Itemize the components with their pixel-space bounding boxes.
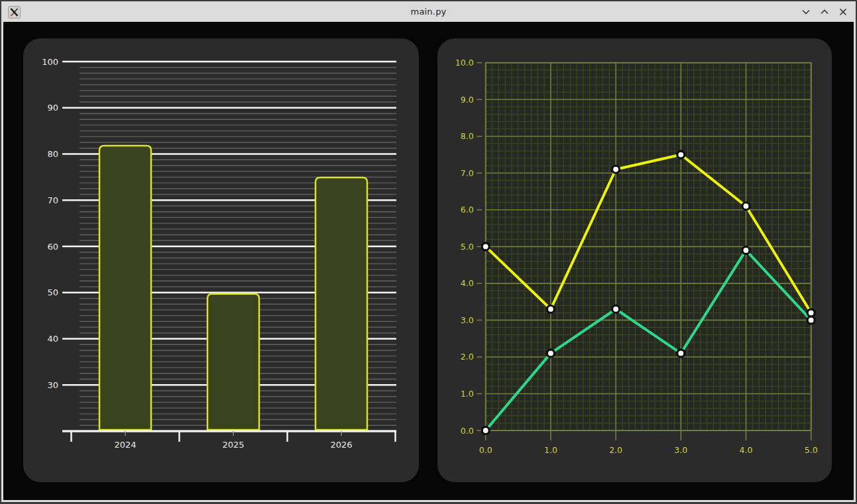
chevron-up-icon bbox=[820, 7, 829, 17]
data-point-marker bbox=[807, 309, 815, 317]
svg-text:2026: 2026 bbox=[330, 440, 352, 450]
data-point-marker bbox=[482, 243, 489, 250]
svg-text:9.0: 9.0 bbox=[461, 95, 474, 105]
line-chart-svg: 0.01.02.03.04.05.00.01.02.03.04.05.06.07… bbox=[437, 38, 832, 482]
bar-2024 bbox=[99, 146, 151, 430]
data-point-marker bbox=[742, 203, 750, 210]
svg-text:2024: 2024 bbox=[114, 440, 136, 450]
x11-app-icon[interactable] bbox=[8, 6, 21, 19]
line-chart-panel: 0.01.02.03.04.05.00.01.02.03.04.05.06.07… bbox=[437, 38, 832, 482]
window-title: main.py bbox=[1, 7, 856, 17]
data-point-marker bbox=[547, 305, 554, 313]
svg-text:1.0: 1.0 bbox=[461, 389, 474, 399]
bar-2025 bbox=[207, 294, 259, 430]
svg-text:90: 90 bbox=[47, 103, 58, 113]
svg-text:6.0: 6.0 bbox=[461, 205, 474, 215]
close-button[interactable] bbox=[836, 5, 850, 19]
svg-text:4.0: 4.0 bbox=[740, 445, 753, 455]
data-point-marker bbox=[807, 317, 815, 324]
svg-text:50: 50 bbox=[47, 287, 58, 297]
data-point-marker bbox=[677, 151, 685, 158]
data-point-marker bbox=[612, 166, 620, 173]
svg-text:5.0: 5.0 bbox=[461, 242, 474, 252]
x11-logo-icon bbox=[10, 8, 19, 17]
bar-2026 bbox=[315, 177, 367, 430]
window-controls bbox=[799, 1, 850, 22]
close-icon bbox=[838, 7, 848, 17]
bar-chart-panel: 10090807060504030202420252026 bbox=[23, 38, 419, 482]
svg-text:1.0: 1.0 bbox=[544, 445, 557, 455]
svg-text:30: 30 bbox=[47, 380, 58, 390]
svg-text:70: 70 bbox=[47, 195, 58, 205]
titlebar: main.py bbox=[1, 1, 856, 22]
data-point-marker bbox=[677, 350, 685, 357]
svg-text:3.0: 3.0 bbox=[461, 315, 474, 325]
svg-text:3.0: 3.0 bbox=[674, 445, 687, 455]
data-point-marker bbox=[547, 350, 554, 357]
svg-text:10.0: 10.0 bbox=[455, 58, 474, 68]
svg-text:2.0: 2.0 bbox=[609, 445, 622, 455]
svg-text:2.0: 2.0 bbox=[461, 352, 474, 362]
chevron-down-icon bbox=[801, 7, 811, 17]
svg-text:80: 80 bbox=[47, 149, 58, 159]
minimize-button[interactable] bbox=[799, 5, 813, 19]
app-content: 10090807060504030202420252026 0.01.02.03… bbox=[3, 22, 854, 500]
data-point-marker bbox=[612, 305, 620, 313]
svg-text:60: 60 bbox=[47, 242, 58, 252]
svg-text:7.0: 7.0 bbox=[461, 168, 474, 178]
maximize-button[interactable] bbox=[817, 5, 832, 19]
svg-text:100: 100 bbox=[42, 57, 58, 67]
app-window: main.py 100908070605040302024202 bbox=[1, 1, 856, 502]
svg-text:2025: 2025 bbox=[222, 440, 244, 450]
svg-text:5.0: 5.0 bbox=[805, 445, 818, 455]
svg-text:4.0: 4.0 bbox=[461, 278, 474, 288]
bar-chart-svg: 10090807060504030202420252026 bbox=[23, 38, 419, 482]
svg-text:0.0: 0.0 bbox=[461, 426, 474, 436]
svg-text:0.0: 0.0 bbox=[479, 445, 492, 455]
svg-text:8.0: 8.0 bbox=[461, 131, 474, 141]
data-point-marker bbox=[482, 427, 489, 434]
data-point-marker bbox=[742, 246, 750, 254]
svg-text:40: 40 bbox=[47, 334, 58, 344]
